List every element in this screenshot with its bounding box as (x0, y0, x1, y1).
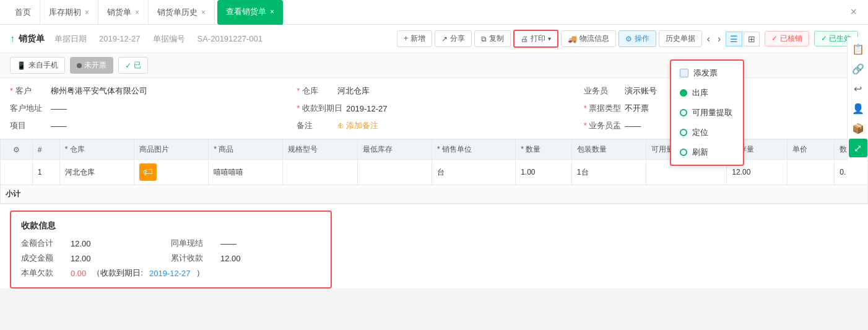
doc-header: ↑ 销货单 单据日期 2019-12-27 单据编号 SA-20191227-0… (0, 25, 868, 53)
transaction-amount-label: 成交金额 (21, 253, 64, 264)
payment-title: 收款信息 (21, 220, 321, 232)
tab-view-close[interactable]: × (270, 7, 274, 16)
share-icon: ↗ (441, 35, 448, 43)
col-spec: 规格型号 (283, 140, 357, 160)
row-unit-price (788, 160, 835, 185)
row-warehouse: 河北仓库 (59, 160, 134, 185)
share-button[interactable]: ↗ 分享 (435, 30, 472, 47)
payment-grid: 金额合计 12.00 同单现结 —— 成交金额 12.00 累计收款 12.00… (21, 238, 321, 279)
window-close-button[interactable]: × (845, 6, 862, 19)
sidebar-icon-3[interactable]: ↩ (849, 79, 867, 98)
dropdown-locate[interactable]: 定位 (671, 123, 743, 142)
row-no: 1 (32, 160, 59, 185)
col-sales-unit: * 销售单位 (432, 140, 516, 160)
sidebar-icon-4[interactable]: 👤 (849, 99, 867, 118)
dropdown-add-invoice[interactable]: 添发票 (671, 63, 743, 83)
check-icon: ✓ (125, 61, 131, 70)
current-due-value: 0.00 (71, 269, 86, 278)
project-value: —— (51, 121, 67, 131)
nav-prev[interactable]: ‹ (705, 33, 713, 45)
add-invoice-icon (680, 69, 688, 77)
sidebar-icon-1[interactable]: 📋 (849, 40, 867, 58)
warehouse-label: 仓库 (297, 85, 334, 97)
tab-home[interactable]: 首页 (6, 0, 40, 25)
payment-date-row: 收款到期日 2019-12-27 (297, 103, 571, 114)
due-date-value: 2019-12-27 (149, 269, 191, 278)
ticket-type-value: 不开票 (625, 103, 649, 114)
tab-history-label: 销货单历史 (157, 7, 197, 18)
tab-inventory-close[interactable]: × (85, 8, 89, 17)
tab-sales-close[interactable]: × (135, 8, 139, 17)
col-gear: ⚙ (1, 140, 33, 160)
customer-value: 柳州粤港平安气体有限公司 (51, 85, 147, 97)
list-view-btn[interactable]: ☰ (726, 32, 742, 46)
tab-sales-label: 销货单 (107, 7, 131, 18)
tab-sales-history[interactable]: 销货单历史 × (149, 0, 215, 25)
project-label: 项目 (10, 120, 47, 131)
transaction-amount-row: 成交金额 12.00 (21, 253, 171, 264)
copy-button[interactable]: ⧉ 复制 (474, 30, 511, 47)
not-invoiced-btn[interactable]: 未开票 (70, 57, 113, 74)
tab-sales-order[interactable]: 销货单 × (98, 0, 149, 25)
operation-dropdown: 添发票 出库 可用量提取 定位 刷新 (670, 59, 744, 166)
ticket-type-label: 票据类型 (584, 103, 622, 114)
project-row: 项目 —— (10, 120, 284, 131)
available-qty-icon (680, 109, 687, 116)
sidebar-icon-2[interactable]: 🔗 (849, 59, 867, 78)
print-button[interactable]: 🖨 打印 ▾ (513, 30, 558, 48)
from-phone-btn[interactable]: 📱 来自手机 (10, 57, 65, 74)
logistics-button[interactable]: 🚚 物流信息 (561, 30, 616, 47)
nav-next[interactable]: › (715, 33, 723, 45)
dropdown-refresh[interactable]: 刷新 (671, 142, 743, 162)
operation-button[interactable]: ⚙ 操作 (618, 30, 656, 47)
address-row: 客户地址 —— (10, 103, 284, 114)
doc-date-value: 2019-12-27 (99, 34, 141, 43)
total-amount-value: 12.00 (71, 239, 91, 248)
outbound-label: 出库 (692, 87, 708, 98)
row-amount: 0. (835, 160, 868, 185)
row-product: 嘻嘻嘻嘻 (209, 160, 283, 185)
dropdown-available-qty[interactable]: 可用量提取 (671, 103, 743, 123)
total-amount-label: 金额合计 (21, 238, 64, 249)
tab-view-label: 查看销货单 (226, 6, 266, 17)
confirm-btn[interactable]: ✓ 已 (118, 57, 148, 74)
cumulative-receipt-label: 累计收款 (171, 253, 214, 264)
same-order-row: 同单现结 —— (171, 238, 321, 249)
doc-actions: + 新增 ↗ 分享 ⧉ 复制 🖨 打印 ▾ 🚚 物流信息 (397, 30, 858, 48)
sidebar-icon-5[interactable]: 📦 (849, 119, 867, 137)
add-note-btn[interactable]: ⊕ 添加备注 (337, 120, 378, 131)
payment-date-label: 收款到期日 (297, 103, 342, 114)
col-warehouse: * 仓库 (59, 140, 134, 160)
dropdown-outbound[interactable]: 出库 (671, 83, 743, 103)
grid-view-btn[interactable]: ⊞ (744, 32, 760, 46)
staff-value: 演示账号 (625, 85, 657, 97)
row-sales-unit: 台 (432, 160, 516, 185)
tab-view-sales[interactable]: 查看销货单 × (217, 0, 284, 25)
doc-date-label: 单据日期 (54, 33, 87, 45)
col-min-stock: 最低库存 (357, 140, 432, 160)
cumulative-receipt-value: 12.00 (220, 254, 241, 263)
locate-icon (680, 129, 687, 136)
tab-history-close[interactable]: × (201, 8, 206, 17)
history-button[interactable]: 历史单据 (659, 30, 702, 47)
current-due-row: 本单欠款 0.00 （收款到期日: 2019-12-27 ） (21, 267, 321, 279)
action-buttons: + 新增 ↗ 分享 ⧉ 复制 🖨 打印 ▾ 🚚 物流信息 (397, 30, 760, 48)
new-button[interactable]: + 新增 (397, 30, 432, 47)
salesperson-label: 业务员盂 (584, 120, 622, 131)
tab-inventory-init[interactable]: 库存期初 × (40, 0, 98, 25)
doc-type-icon: ↑ (10, 33, 15, 45)
tab-bar: 首页 库存期初 × 销货单 × 销货单历史 × 查看销货单 × × (0, 0, 868, 25)
doc-number-label: 单据编号 (153, 33, 185, 45)
sidebar-icon-expand[interactable]: ⤢ (849, 139, 867, 157)
row-gear (1, 160, 33, 185)
operation-icon: ⚙ (625, 35, 632, 43)
cancelled-status[interactable]: ✓ 已核销 (765, 31, 809, 46)
col-pack-qty: 包装数量 (571, 140, 646, 160)
copy-icon: ⧉ (481, 35, 487, 43)
subtotal-row: 小计 (1, 185, 868, 204)
refresh-icon (680, 149, 687, 156)
transaction-amount-value: 12.00 (71, 254, 91, 263)
warehouse-value: 河北仓库 (337, 85, 370, 97)
customer-row: 客户 柳州粤港平安气体有限公司 (10, 85, 284, 97)
add-invoice-label: 添发票 (693, 67, 718, 79)
